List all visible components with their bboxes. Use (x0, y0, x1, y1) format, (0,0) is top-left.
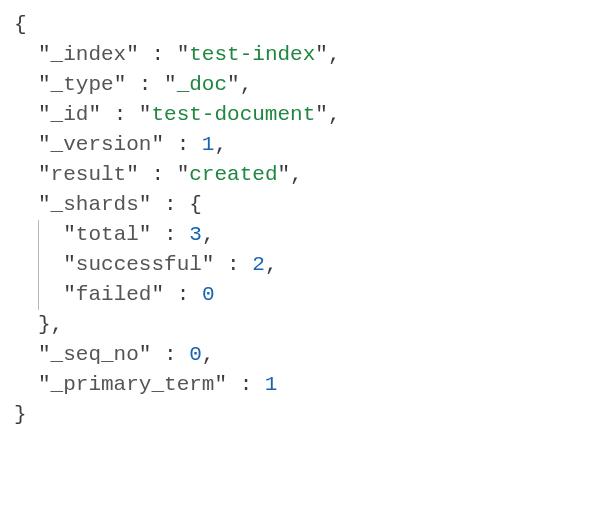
shards-close-brace: } (38, 313, 51, 336)
val-shards-total: 3 (189, 223, 202, 246)
val-version: 1 (202, 133, 215, 156)
json-block: { "_index" : "test-index", "_type" : "_d… (14, 10, 590, 430)
key-primaryterm: "_primary_term" (38, 373, 227, 396)
val-index: "test-index" (177, 43, 328, 66)
val-primaryterm: 1 (265, 373, 278, 396)
key-seqno: "_seq_no" (38, 343, 151, 366)
key-version: "_version" (38, 133, 164, 156)
key-shards-failed: "failed" (63, 283, 164, 306)
val-shards-failed: 0 (202, 283, 215, 306)
key-shards-successful: "successful" (63, 253, 214, 276)
key-index: "_index" (38, 43, 139, 66)
key-shards: "_shards" (38, 193, 151, 216)
key-result: "result" (38, 163, 139, 186)
key-shards-total: "total" (63, 223, 151, 246)
shards-open-brace: { (189, 193, 202, 216)
key-id: "_id" (38, 103, 101, 126)
brace-close: } (14, 403, 27, 426)
val-id: "test-document" (139, 103, 328, 126)
val-seqno: 0 (189, 343, 202, 366)
val-shards-successful: 2 (252, 253, 265, 276)
brace-open: { (14, 13, 27, 36)
val-type: "_doc" (164, 73, 240, 96)
key-type: "_type" (38, 73, 126, 96)
val-result: "created" (177, 163, 290, 186)
